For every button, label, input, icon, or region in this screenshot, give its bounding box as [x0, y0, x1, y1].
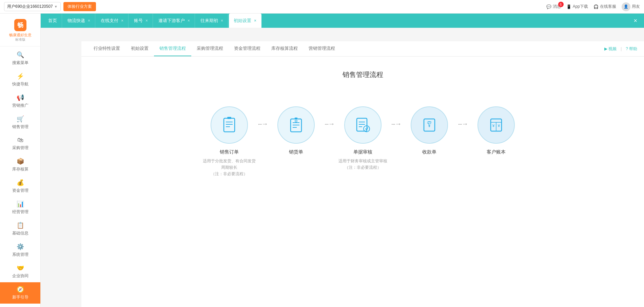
flow-step-sales-order-desc: 适用于分批发货、有合同发货周期较长（注：非必要流程） — [202, 158, 256, 178]
close-icon[interactable]: × — [221, 18, 223, 23]
sidebar-item-cooperation[interactable]: 🤝 企业协同 — [0, 261, 40, 282]
app-download-label: App下载 — [573, 4, 588, 9]
sub-tab-purchase-flow[interactable]: 采购管理流程 — [191, 41, 229, 56]
message-icon-item[interactable]: 💬 消息 6 — [546, 4, 561, 9]
sidebar-item-marketing-label: 营销推广 — [12, 103, 28, 108]
flow-circle-audit — [344, 106, 382, 144]
sub-tab-init-label: 初始设置 — [131, 46, 149, 51]
nav-tab-period-init-label: 往来期初 — [200, 18, 218, 24]
sidebar: 畅 畅康通好生意 标准版 🔍 搜索菜单 ⚡ 快捷导航 📢 营销推广 🛒 销售管理… — [0, 14, 41, 307]
logo-sub: 标准版 — [15, 37, 25, 42]
close-icon[interactable]: × — [188, 18, 190, 23]
app-download-item[interactable]: 📱 App下载 — [566, 4, 588, 9]
nav-tab-payment[interactable]: 在线支付 × — [96, 14, 129, 28]
sidebar-item-finance[interactable]: 💰 资金管理 — [0, 176, 40, 197]
download-icon: 📱 — [566, 4, 571, 9]
nav-tab-invite[interactable]: 邀请下游客户 × — [154, 14, 195, 28]
flow-arrow-3: ···→ — [390, 120, 403, 128]
user-menu-item[interactable]: 👤 用友 — [622, 2, 640, 11]
video-label: 视频 — [608, 46, 617, 52]
svg-point-10 — [295, 120, 297, 122]
sidebar-item-inventory-label: 库存核算 — [12, 166, 28, 172]
help-link[interactable]: ? 帮助 — [626, 46, 637, 52]
layout: 畅 畅康通好生意 标准版 🔍 搜索菜单 ⚡ 快捷导航 📢 营销推广 🛒 销售管理… — [0, 0, 644, 307]
flow-step-audit[interactable]: 单据审核 适用于财务审核或主管审核（注：非必要流程） — [336, 106, 390, 171]
nav-bar: 首页 物流快递 × 在线支付 × 账号 × 邀请下游客户 × 往来期初 × 初始… — [41, 14, 644, 28]
operations-icon: 📊 — [17, 200, 24, 208]
close-icon[interactable]: × — [121, 18, 123, 23]
user-label: 用户690企业1660120507 — [7, 4, 53, 9]
nav-tab-logistics[interactable]: 物流快递 × — [63, 14, 95, 28]
audit-icon — [354, 116, 372, 134]
header-left: 用户690企业1660120507 ▼ 体验行业方案 — [4, 2, 96, 11]
sub-tab-sales-flow-label: 销售管理流程 — [159, 46, 186, 51]
page-title: 销售管理流程 — [95, 70, 630, 79]
close-icon[interactable]: × — [145, 18, 148, 23]
sidebar-item-sales[interactable]: 🛒 销售管理 — [0, 112, 40, 133]
sub-tab-marketing-flow-label: 营销管理流程 — [309, 46, 335, 51]
sidebar-item-operations[interactable]: 📊 经营管理 — [0, 197, 40, 218]
marketing-icon: 📢 — [17, 94, 24, 101]
sidebar-item-quick-nav[interactable]: ⚡ 快捷导航 — [0, 69, 40, 90]
flow-step-ledger-name: 客户账本 — [487, 149, 506, 155]
nav-tab-init-setup[interactable]: 初始设置 × — [229, 14, 261, 28]
sidebar-item-guide[interactable]: 🧭 新手引导 — [0, 282, 40, 304]
search-icon: 🔍 — [17, 51, 24, 59]
online-service-item[interactable]: 🎧 在线客服 — [593, 4, 616, 9]
flow-step-delivery[interactable]: 销货单 — [269, 106, 323, 158]
flow-step-ledger[interactable]: ¥ ¥ 客户账本 — [469, 106, 523, 158]
close-icon[interactable]: × — [88, 18, 90, 23]
help-label: 帮助 — [629, 46, 637, 52]
sub-tab-finance-flow[interactable]: 资金管理流程 — [229, 41, 266, 56]
experience-button[interactable]: 体验行业方案 — [63, 2, 96, 11]
sub-tab-inventory-flow-label: 库存核算流程 — [271, 46, 298, 51]
flow-circle-sales-order — [211, 106, 248, 144]
order-icon — [220, 116, 238, 134]
sidebar-item-system[interactable]: ⚙️ 系统管理 — [0, 240, 40, 261]
sub-tab-sales-flow[interactable]: 销售管理流程 — [154, 41, 191, 56]
nav-tab-invite-label: 邀请下游客户 — [158, 18, 185, 24]
sub-tab-init[interactable]: 初始设置 — [125, 41, 154, 56]
flow-circle-receipt: ¥ — [411, 106, 448, 144]
flow-circle-ledger: ¥ ¥ — [477, 106, 515, 144]
sidebar-item-inventory[interactable]: 📦 库存核算 — [0, 154, 40, 176]
flow-step-sales-order[interactable]: 销售订单 适用于分批发货、有合同发货周期较长（注：非必要流程） — [202, 106, 256, 178]
video-link[interactable]: ▶ 视频 — [604, 46, 617, 52]
sales-icon: 🛒 — [17, 115, 24, 123]
header-right: 💬 消息 6 📱 App下载 🎧 在线客服 👤 用友 — [546, 2, 640, 11]
sidebar-item-app-center[interactable]: 📱 应用中心 — [0, 304, 40, 307]
logo-area: 畅 畅康通好生意 标准版 — [0, 16, 40, 46]
flow-step-sales-order-name: 销售订单 — [220, 149, 239, 155]
svg-text:¥: ¥ — [492, 124, 495, 128]
nav-tab-logistics-label: 物流快递 — [67, 18, 85, 24]
flow-diagram: 销售订单 适用于分批发货、有合同发货周期较长（注：非必要流程） ···→ — [95, 100, 630, 184]
user-selector[interactable]: 用户690企业1660120507 ▼ — [4, 2, 61, 11]
flow-step-audit-name: 单据审核 — [353, 149, 372, 155]
flow-step-receipt[interactable]: ¥ 收款单 — [402, 106, 456, 158]
message-badge: 6 — [558, 2, 564, 7]
help-icon: ? — [626, 46, 628, 51]
sub-tab-marketing-flow[interactable]: 营销管理流程 — [303, 41, 340, 56]
nav-bar-close-button[interactable]: × — [629, 17, 641, 24]
sidebar-item-purchase[interactable]: 🛍 采购管理 — [0, 133, 40, 154]
close-icon[interactable]: × — [254, 18, 256, 23]
nav-tab-account[interactable]: 账号 × — [129, 14, 153, 28]
sub-tabs-right: ▶ 视频 | ? 帮助 — [604, 46, 637, 52]
sidebar-item-basic-info[interactable]: 📋 基础信息 — [0, 218, 40, 240]
purchase-icon: 🛍 — [17, 137, 23, 144]
sub-tab-inventory-flow[interactable]: 库存核算流程 — [266, 41, 303, 56]
sidebar-item-basic-info-label: 基础信息 — [12, 230, 28, 236]
svg-text:¥: ¥ — [497, 124, 500, 128]
nav-tab-period-init[interactable]: 往来期初 × — [196, 14, 228, 28]
sub-tabs: 行业特性设置 初始设置 销售管理流程 采购管理流程 资金管理流程 库存核算流程 — [81, 41, 644, 57]
sidebar-item-search[interactable]: 🔍 搜索菜单 — [0, 48, 40, 69]
system-icon: ⚙️ — [17, 243, 24, 250]
cooperation-icon: 🤝 — [17, 264, 24, 272]
sub-tab-industry[interactable]: 行业特性设置 — [88, 41, 125, 56]
sidebar-item-cooperation-label: 企业协同 — [12, 273, 28, 279]
inventory-icon: 📦 — [17, 158, 24, 165]
nav-tab-home[interactable]: 首页 — [43, 14, 62, 28]
sidebar-item-search-label: 搜索菜单 — [12, 60, 28, 66]
sidebar-item-marketing[interactable]: 📢 营销推广 — [0, 90, 40, 112]
ledger-icon: ¥ ¥ — [487, 116, 505, 134]
